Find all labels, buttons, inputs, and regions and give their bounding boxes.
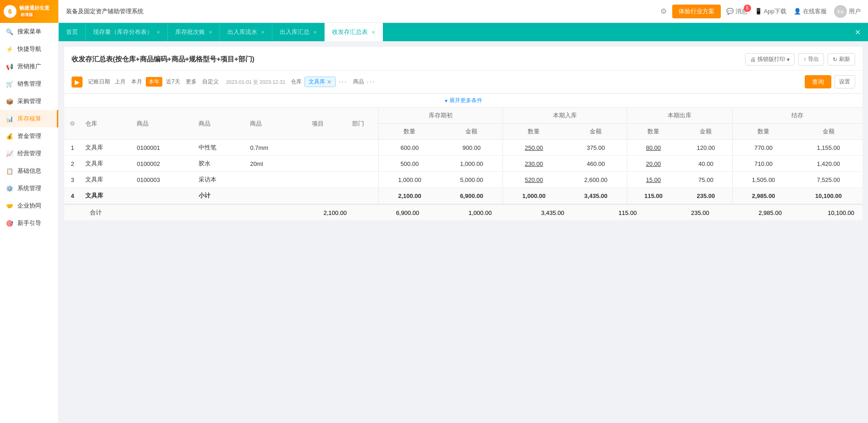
- col-balance-amt: 金额: [795, 124, 862, 140]
- table-footer: 合计 2,100.00 6,900.00 1,000.00 3,435.00 1…: [64, 204, 862, 220]
- close-all-tabs[interactable]: ✕: [847, 28, 868, 37]
- in-qty-cell[interactable]: 250.00: [503, 140, 564, 156]
- tab-inout-flow[interactable]: 出入库流水 ✕: [220, 23, 272, 41]
- out-amt-cell: 75.00: [680, 172, 732, 188]
- topbar: 装备及固定资产辅助管理系统 ⚙ 体验行业方案 💬 消息 6 📱 App下载 👤 …: [59, 0, 868, 23]
- col-group-in: 本期入库: [503, 108, 627, 124]
- page-card: 收发存汇总表(按仓库+商品编码+商品+规格型号+项目+部门) 🖨 拣锁版打印 ▾…: [64, 47, 862, 220]
- sales-icon: 🛒: [6, 80, 14, 88]
- col-balance-qty: 数量: [732, 124, 794, 140]
- footer-label: 合计: [85, 209, 113, 217]
- name-cell: 采访本: [194, 172, 245, 188]
- bal-qty-cell: 710.00: [732, 156, 794, 172]
- code-cell: 0100002: [132, 156, 194, 172]
- sidebar-item-inventory[interactable]: 📊 库存核算: [0, 110, 58, 127]
- open-amt-cell: 6,900.00: [441, 188, 503, 204]
- name-cell: 胶水: [194, 156, 245, 172]
- settings-small-button[interactable]: 设置: [834, 75, 855, 88]
- bal-qty-cell: 770.00: [732, 140, 794, 156]
- out-qty-cell[interactable]: 80.00: [627, 140, 680, 156]
- footer-bal-qty: 2,985.00: [713, 209, 785, 216]
- content-area: 收发存汇总表(按仓库+商品编码+商品+规格型号+项目+部门) 🖨 拣锁版打印 ▾…: [59, 41, 868, 423]
- out-qty-cell[interactable]: 20.00: [627, 156, 680, 172]
- filter-bar: ▶ 记账日期 上月 本月 本年 近7天 更多 自定义 2023-01-01 至 …: [64, 71, 862, 93]
- app-logo: 6 畅捷通好生意 标准版: [0, 0, 58, 23]
- open-amt-cell: 1,000.00: [441, 156, 503, 172]
- date-opt-this-year[interactable]: 本年: [146, 77, 162, 87]
- sidebar-item-sales[interactable]: 🛒 销售管理: [0, 75, 58, 93]
- tab-inventory-dist[interactable]: 现存量（库存分布表） ✕: [86, 23, 168, 41]
- app-download[interactable]: 📱 App下载: [755, 7, 786, 16]
- tab-close-inout-flow[interactable]: ✕: [261, 30, 265, 35]
- experience-button[interactable]: 体验行业方案: [672, 5, 721, 18]
- date-opt-this-month[interactable]: 本月: [129, 77, 144, 87]
- base-icon: 📋: [6, 167, 14, 175]
- seq-cell: 1: [64, 140, 81, 156]
- tab-home[interactable]: 首页: [59, 23, 86, 41]
- filter-toggle-button[interactable]: ▶: [72, 77, 83, 88]
- tab-bar: 首页 现存量（库存分布表） ✕ 库存批次账 ✕ 出入库流水 ✕ 出入库汇总 ✕ …: [59, 23, 868, 41]
- warehouse-tag[interactable]: 文具库 ✕: [304, 77, 336, 87]
- sidebar: 6 畅捷通好生意 标准版 🔍 搜索菜单 ⚡ 快捷导航 📢 营销推广 🛒 销售管理…: [0, 0, 59, 423]
- date-opt-custom[interactable]: 自定义: [200, 77, 221, 87]
- sidebar-item-operations[interactable]: 📈 经营管理: [0, 145, 58, 162]
- in-amt-cell: 460.00: [565, 156, 627, 172]
- settings-icon[interactable]: ⚙: [660, 7, 667, 16]
- spec-cell: 0.7mm: [245, 140, 298, 156]
- sidebar-item-newbie[interactable]: 🎯 新手引导: [0, 214, 58, 232]
- sidebar-item-collab[interactable]: 🤝 企业协同: [0, 197, 58, 214]
- tab-batch[interactable]: 库存批次账 ✕: [168, 23, 220, 41]
- service-icon: 👤: [794, 8, 801, 15]
- code-cell: 0100003: [132, 172, 194, 188]
- goods-filter: 商品 ···: [353, 78, 376, 86]
- tab-close-batch[interactable]: ✕: [209, 30, 212, 35]
- sidebar-item-system[interactable]: ⚙️ 系统管理: [0, 180, 58, 197]
- tab-close-recv-summary[interactable]: ✕: [371, 30, 375, 35]
- query-button[interactable]: 查询: [805, 75, 831, 88]
- export-button[interactable]: ↑ 导出: [798, 53, 824, 66]
- date-opt-7days[interactable]: 近7天: [164, 77, 182, 87]
- sidebar-item-finance[interactable]: 💰 资金管理: [0, 127, 58, 145]
- in-qty-cell: 1,000.00: [503, 188, 564, 204]
- tab-close-inout-summary[interactable]: ✕: [313, 30, 317, 35]
- name-cell: 中性笔: [194, 140, 245, 156]
- print-button[interactable]: 🖨 拣锁版打印 ▾: [745, 53, 795, 66]
- col-project: 项目: [298, 108, 338, 140]
- date-opt-more[interactable]: 更多: [184, 77, 199, 87]
- online-service[interactable]: 👤 在线客服: [794, 7, 827, 16]
- footer-out-qty: 115.00: [568, 209, 641, 216]
- out-qty-cell[interactable]: 15.00: [627, 172, 680, 188]
- project-cell: [298, 156, 338, 172]
- messages-badge[interactable]: 💬 消息 6: [726, 7, 747, 16]
- sidebar-item-base[interactable]: 📋 基础信息: [0, 162, 58, 180]
- user-area[interactable]: Ea 用户: [834, 5, 861, 18]
- sidebar-item-quick[interactable]: ⚡ 快捷导航: [0, 40, 58, 58]
- code-cell: [132, 188, 194, 204]
- goods-more[interactable]: ···: [367, 78, 376, 86]
- bal-amt-cell: 1,420.00: [795, 156, 862, 172]
- col-in-amt: 金额: [565, 124, 627, 140]
- date-opt-last-month[interactable]: 上月: [113, 77, 127, 87]
- table-row: 1文具库0100001中性笔0.7mm600.00900.00250.00375…: [64, 140, 862, 156]
- expand-filter-row[interactable]: ▾ 展开更多条件: [64, 93, 862, 107]
- tab-close-inventory-dist[interactable]: ✕: [156, 30, 160, 35]
- refresh-icon: ↻: [833, 56, 837, 63]
- tab-recv-summary[interactable]: 收发存汇总表 ✕: [325, 23, 383, 41]
- sidebar-item-search[interactable]: 🔍 搜索菜单: [0, 23, 58, 40]
- refresh-button[interactable]: ↻ 刷新: [828, 53, 855, 66]
- in-qty-cell[interactable]: 520.00: [503, 172, 564, 188]
- dept-cell: [338, 172, 379, 188]
- tab-inout-summary[interactable]: 出入库汇总 ✕: [272, 23, 325, 41]
- in-qty-cell[interactable]: 230.00: [503, 156, 564, 172]
- sidebar-item-marketing[interactable]: 📢 营销推广: [0, 58, 58, 75]
- page-actions: 🖨 拣锁版打印 ▾ ↑ 导出 ↻ 刷新: [745, 53, 855, 66]
- warehouse-tag-close[interactable]: ✕: [327, 79, 332, 85]
- sidebar-item-purchase[interactable]: 📦 采购管理: [0, 93, 58, 110]
- page-header: 收发存汇总表(按仓库+商品编码+商品+规格型号+项目+部门) 🖨 拣锁版打印 ▾…: [64, 47, 862, 71]
- warehouse-more[interactable]: ···: [338, 78, 347, 86]
- table-settings-icon[interactable]: ⚙: [70, 120, 75, 127]
- in-amt-cell: 2,600.00: [565, 172, 627, 188]
- open-amt-cell: 5,000.00: [441, 172, 503, 188]
- footer-open-qty: 2,100.00: [278, 209, 350, 216]
- out-qty-cell: 115.00: [627, 188, 680, 204]
